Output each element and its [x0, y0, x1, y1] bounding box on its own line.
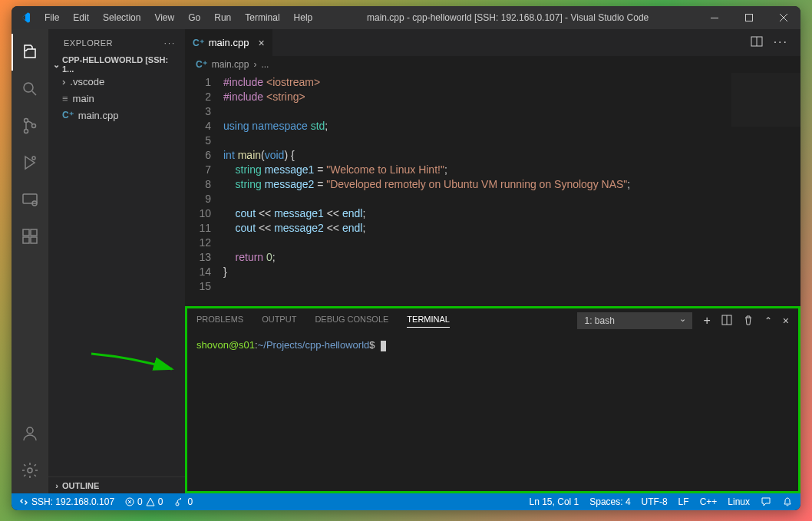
- chevron-right-icon: ›: [62, 76, 65, 87]
- terminal-cursor: [381, 341, 386, 351]
- sidebar-title: EXPLORER: [64, 38, 113, 48]
- sidebar: EXPLORER ··· ⌄ CPP-HELLOWORLD [SSH: 1...…: [48, 29, 185, 493]
- svg-rect-7: [23, 194, 37, 203]
- more-actions-icon[interactable]: ···: [774, 35, 788, 51]
- svg-point-14: [28, 468, 32, 473]
- svg-point-6: [32, 157, 35, 160]
- status-ports[interactable]: 0: [173, 496, 193, 507]
- svg-rect-0: [711, 18, 718, 18]
- svg-point-5: [32, 124, 36, 128]
- status-spaces[interactable]: Spaces: 4: [589, 496, 630, 507]
- menu-selection[interactable]: Selection: [97, 9, 147, 26]
- explorer-icon[interactable]: [12, 34, 48, 71]
- editor-tabs: C⁺ main.cpp × ···: [185, 29, 800, 56]
- minimap[interactable]: [731, 73, 800, 127]
- code-editor[interactable]: 123456789101112131415 #include <iostream…: [185, 73, 800, 306]
- svg-rect-9: [23, 229, 29, 236]
- sidebar-more-icon[interactable]: ···: [164, 38, 176, 48]
- breadcrumb-more: ...: [261, 59, 269, 70]
- split-editor-icon[interactable]: [751, 35, 763, 51]
- status-bar: SSH: 192.168.0.107 0 0 0 Ln 15, Col 1 Sp…: [12, 493, 800, 510]
- close-tab-icon[interactable]: ×: [258, 37, 264, 49]
- menu-help[interactable]: Help: [288, 9, 319, 26]
- minimize-button[interactable]: [697, 6, 731, 29]
- status-feedback-icon[interactable]: [761, 496, 771, 507]
- outline-header[interactable]: › OUTLINE: [48, 476, 185, 493]
- remote-explorer-icon[interactable]: [12, 181, 48, 218]
- menu-run[interactable]: Run: [208, 9, 237, 26]
- kill-terminal-icon[interactable]: [743, 315, 754, 327]
- maximize-panel-icon[interactable]: ⌃: [764, 315, 772, 326]
- source-control-icon[interactable]: [12, 107, 48, 144]
- project-name: CPP-HELLOWORLD [SSH: 1...: [62, 55, 182, 74]
- panel-tab-debug-console[interactable]: DEBUG CONSOLE: [315, 315, 388, 328]
- terminal-select[interactable]: 1: bash: [577, 312, 692, 329]
- tree-item-label: .vscode: [70, 76, 104, 87]
- close-panel-icon[interactable]: ×: [783, 315, 789, 327]
- panel-tab-terminal[interactable]: TERMINAL: [407, 315, 450, 328]
- menu-bar: File Edit Selection View Go Run Terminal…: [38, 9, 319, 26]
- svg-point-13: [27, 427, 33, 434]
- breadcrumb-sep: ›: [253, 59, 256, 70]
- tree-item-label: main.cpp: [78, 110, 119, 121]
- status-bell-icon[interactable]: [782, 496, 793, 507]
- tree-file-main[interactable]: ≡ main: [48, 90, 185, 107]
- status-cursor[interactable]: Ln 15, Col 1: [530, 496, 579, 507]
- breadcrumb-file: main.cpp: [212, 59, 249, 70]
- menu-go[interactable]: Go: [182, 9, 206, 26]
- status-eol[interactable]: LF: [678, 496, 689, 507]
- svg-point-2: [24, 83, 33, 92]
- titlebar: File Edit Selection View Go Run Terminal…: [12, 6, 800, 29]
- project-header[interactable]: ⌄ CPP-HELLOWORLD [SSH: 1...: [48, 56, 185, 73]
- svg-rect-10: [23, 237, 29, 243]
- cpp-file-icon: C⁺: [62, 110, 74, 120]
- tree-file-main-cpp[interactable]: C⁺ main.cpp: [48, 107, 185, 124]
- tree-folder-vscode[interactable]: › .vscode: [48, 73, 185, 90]
- chevron-right-icon: ›: [51, 481, 62, 490]
- terminal-panel: PROBLEMS OUTPUT DEBUG CONSOLE TERMINAL 1…: [185, 306, 800, 493]
- svg-rect-1: [745, 15, 752, 21]
- status-language[interactable]: C++: [700, 496, 718, 507]
- breadcrumb[interactable]: C⁺ main.cpp › ...: [185, 56, 800, 73]
- panel-tab-problems[interactable]: PROBLEMS: [196, 315, 243, 328]
- panel-tab-output[interactable]: OUTPUT: [262, 315, 296, 328]
- menu-file[interactable]: File: [38, 9, 65, 26]
- tab-label: main.cpp: [209, 37, 249, 48]
- menu-view[interactable]: View: [148, 9, 180, 26]
- binary-file-icon: ≡: [62, 93, 68, 104]
- run-debug-icon[interactable]: [12, 144, 48, 181]
- maximize-button[interactable]: [731, 6, 766, 29]
- status-problems[interactable]: 0 0: [125, 496, 163, 507]
- tree-item-label: main: [73, 93, 94, 104]
- cpp-file-icon: C⁺: [193, 38, 204, 48]
- svg-point-18: [176, 503, 179, 506]
- new-terminal-icon[interactable]: +: [703, 314, 710, 328]
- tab-main-cpp[interactable]: C⁺ main.cpp ×: [185, 29, 273, 56]
- svg-rect-12: [31, 229, 37, 236]
- menu-edit[interactable]: Edit: [67, 9, 95, 26]
- status-os[interactable]: Linux: [728, 496, 750, 507]
- svg-point-3: [25, 119, 28, 123]
- code-content[interactable]: #include <iostream>#include <string> usi…: [223, 73, 800, 306]
- status-encoding[interactable]: UTF-8: [642, 496, 668, 507]
- terminal-path: ~/Projects/cpp-helloworld: [258, 339, 370, 351]
- terminal-content[interactable]: shovon@s01:~/Projects/cpp-helloworld$: [187, 333, 798, 491]
- outline-label: OUTLINE: [62, 481, 99, 490]
- window-title: main.cpp - cpp-helloworld [SSH: 192.168.…: [319, 12, 697, 23]
- settings-icon[interactable]: [12, 452, 48, 489]
- status-remote[interactable]: SSH: 192.168.0.107: [19, 496, 114, 507]
- terminal-user: shovon@s01: [196, 339, 255, 351]
- svg-rect-11: [31, 237, 37, 243]
- split-terminal-icon[interactable]: [721, 315, 732, 327]
- line-numbers: 123456789101112131415: [185, 73, 223, 306]
- cpp-file-icon: C⁺: [196, 59, 207, 70]
- chevron-down-icon: ⌄: [51, 60, 62, 70]
- close-button[interactable]: [766, 6, 800, 29]
- menu-terminal[interactable]: Terminal: [239, 9, 286, 26]
- svg-point-4: [25, 130, 28, 134]
- terminal-symbol: $: [369, 339, 375, 351]
- activity-bar: [12, 29, 48, 493]
- extensions-icon[interactable]: [12, 218, 48, 255]
- accounts-icon[interactable]: [12, 415, 48, 452]
- search-icon[interactable]: [12, 71, 48, 107]
